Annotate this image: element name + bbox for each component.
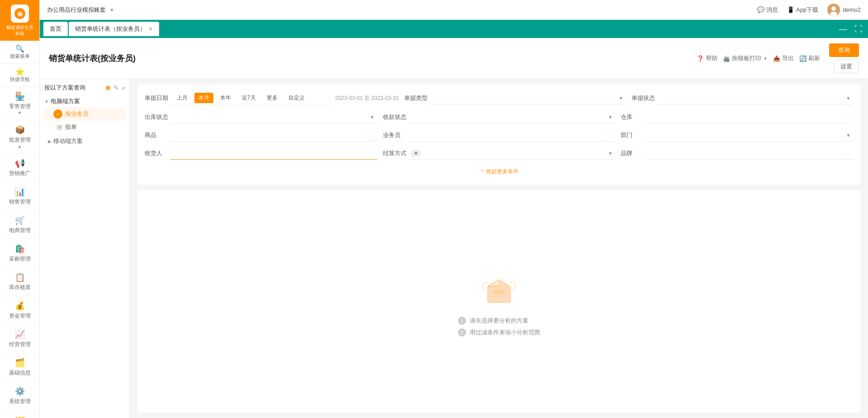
export-btn[interactable]: 📤 导出 <box>773 54 794 62</box>
left-panel: 按以下方案查询 ⊕ ✎ « ▼ 电脑端方案 ✓ 按业务员 <box>40 79 130 418</box>
sidebar-item-purchase[interactable]: 🛍️ 采购管理 <box>0 239 39 268</box>
top-header: 办公用品行业模拟账套 ▼ 💬 消息 📱 App下载 demo2 <box>40 0 868 20</box>
sidebar-item-retail[interactable]: 🏪 零售管理 ▼ <box>0 87 39 120</box>
svg-point-3 <box>831 6 836 11</box>
tab-bar-actions: — ⛶ <box>837 23 864 36</box>
warehouse-label: 仓库 <box>621 113 646 121</box>
user-profile-btn[interactable]: demo2 <box>827 4 861 16</box>
mobile-scheme-group[interactable]: ▶ 移动端方案 <box>44 135 125 147</box>
out-status-dropdown-icon: ▼ <box>370 114 375 120</box>
left-panel-title: 按以下方案查询 <box>44 84 85 92</box>
edit-scheme-icon[interactable]: ✎ <box>113 84 119 91</box>
date-btn-last-month[interactable]: 上月 <box>173 93 192 103</box>
warehouse-filter-item: 仓库 ··· <box>621 111 854 124</box>
tab-close-icon[interactable]: ✕ <box>148 26 153 32</box>
sidebar-item-finance[interactable]: 💰 资金管理 <box>0 296 39 325</box>
date-btn-more[interactable]: 更多 <box>263 93 282 103</box>
date-btn-this-month[interactable]: 本月 <box>194 93 213 103</box>
pc-scheme-header[interactable]: ▼ 电脑端方案 <box>44 95 125 107</box>
sidebar-item-marketing[interactable]: 📢 营销推广 <box>0 154 39 182</box>
collect-status-dropdown-icon: ▼ <box>608 114 613 120</box>
doc-status-control[interactable]: ▼ <box>657 92 854 104</box>
sidebar-item-business[interactable]: 📈 经营管理 <box>0 325 39 353</box>
maximize-icon[interactable]: ⛶ <box>853 23 864 36</box>
sidebar-item-basic[interactable]: 🗂️ 基础信息 <box>0 353 39 382</box>
app-suite-title: 办公用品行业模拟账套 <box>47 6 106 14</box>
print-dropdown-icon[interactable]: ▼ <box>763 56 768 61</box>
empty-icon <box>476 266 522 311</box>
main-area: 办公用品行业模拟账套 ▼ 💬 消息 📱 App下载 demo2 首页 <box>40 0 868 418</box>
collapse-panel-icon[interactable]: « <box>122 84 125 91</box>
settlement-control[interactable]: ✕ ▼ <box>408 147 616 160</box>
sidebar-item-wholesale[interactable]: 📦 批发管理 ▲ <box>0 120 39 154</box>
messages-btn[interactable]: 💬 消息 <box>757 6 778 14</box>
brand-control[interactable]: ··· <box>646 147 854 160</box>
dept-dropdown-icon: ▼ <box>846 133 851 138</box>
tip-text-2: 用过滤条件来缩小分析范围 <box>470 328 540 337</box>
date-control[interactable]: 上月 本月 本年 近7天 更多 自定义 <box>170 91 330 105</box>
salesperson-control[interactable]: ··· <box>408 129 616 142</box>
print-icon: 🖨️ <box>723 55 730 62</box>
query-button[interactable]: 查询 <box>829 43 859 57</box>
refresh-label: 刷新 <box>808 54 820 62</box>
sidebar-item-quick-nav[interactable]: ⭐ 快捷导航 <box>0 64 39 87</box>
tip-num-2: 2 <box>458 328 466 337</box>
page-title: 销货单统计表(按业务员) <box>49 53 136 64</box>
help-label: 帮助 <box>706 54 717 62</box>
app-title-area: 办公用品行业模拟账套 ▼ <box>47 6 114 14</box>
app-logo: 畅 畅捷通好生意 标版 <box>0 0 39 41</box>
sidebar-item-search[interactable]: 🔍 搜索菜单 <box>0 41 39 64</box>
warehouse-control[interactable]: ··· <box>646 111 854 124</box>
recipient-control[interactable]: ··· <box>170 147 377 160</box>
app-download-btn[interactable]: 📱 App下载 <box>787 6 818 14</box>
right-panel: 单据日期 上月 本月 本年 近7天 更多 自定义 <box>130 79 868 418</box>
tip-num-1: 1 <box>458 317 466 325</box>
empty-tip-2: 2 用过滤条件来缩小分析范围 <box>458 328 540 337</box>
print-btn[interactable]: 🖨️ 按模板打印 ▼ <box>723 54 768 62</box>
salesperson-label: 业务员 <box>383 131 408 139</box>
top-actions: 💬 消息 📱 App下载 demo2 <box>757 4 861 16</box>
sub-item-icon: ⊞ <box>57 124 62 131</box>
empty-tips: 1 请先选择要分析的方案 2 用过滤条件来缩小分析范围 <box>458 317 540 337</box>
pc-scheme-arrow: ▼ <box>44 99 49 104</box>
page-header: 销货单统计表(按业务员) ❓ 帮助 🖨️ 按模板打印 ▼ 📤 导出 🔄 刷 <box>40 38 868 79</box>
doc-type-control[interactable]: ▼ <box>429 92 626 104</box>
help-btn[interactable]: ❓ 帮助 <box>697 54 717 62</box>
user-name: demo2 <box>843 6 861 13</box>
scheme-item-by-salesperson[interactable]: ✓ 按业务员 <box>44 107 125 121</box>
collapse-arrow-icon: ⌃ <box>480 169 484 175</box>
suite-dropdown-icon[interactable]: ▼ <box>109 7 114 13</box>
avatar <box>827 4 840 16</box>
app-download-label: App下载 <box>796 6 818 14</box>
add-scheme-icon[interactable]: ⊕ <box>105 84 111 91</box>
sidebar-item-system[interactable]: ⚙️ 系统管理 <box>0 382 39 410</box>
filter-form: 单据日期 上月 本月 本年 近7天 更多 自定义 <box>137 85 861 185</box>
dept-control[interactable]: ▼ <box>646 129 854 142</box>
settings-button[interactable]: 设置 <box>834 60 859 73</box>
out-status-control[interactable]: ▼ <box>170 111 377 124</box>
date-btn-7days[interactable]: 近7天 <box>238 93 260 103</box>
tab-home[interactable]: 首页 <box>43 22 68 36</box>
product-label: 商品 <box>145 131 170 139</box>
doc-status-dropdown-icon: ▼ <box>846 95 851 101</box>
tab-sales-stats[interactable]: 销货单统计表（按业务员） ✕ <box>69 22 159 36</box>
sidebar: 畅 畅捷通好生意 标版 🔍 搜索菜单 ⭐ 快捷导航 🏪 零售管理 ▼ 📦 批发管… <box>0 0 40 418</box>
collapse-filters-btn[interactable]: ⌃ 收起更多条件 <box>145 165 854 178</box>
sidebar-item-enterprise[interactable]: 🤝 企业协同 <box>0 410 39 418</box>
brand-filter-item: 品牌 ··· <box>621 147 854 160</box>
product-control[interactable]: ··· <box>170 129 377 142</box>
active-scheme-indicator: ✓ <box>53 109 62 119</box>
minimize-icon[interactable]: — <box>837 23 849 36</box>
collect-status-control[interactable]: ▼ <box>408 111 616 124</box>
mobile-scheme-label: 移动端方案 <box>53 137 83 145</box>
date-btn-custom[interactable]: 自定义 <box>284 93 309 103</box>
settlement-tag-x[interactable]: ✕ <box>414 150 418 157</box>
sidebar-item-inventory[interactable]: 📋 库存核算 <box>0 268 39 296</box>
scheme-item-by-order[interactable]: ⊞ 按单 <box>44 121 125 133</box>
sidebar-item-sales[interactable]: 📊 销售管理 <box>0 182 39 211</box>
sales-stats-tab-label: 销货单统计表（按业务员） <box>75 25 146 33</box>
warehouse-dots: ··· <box>843 114 851 120</box>
refresh-btn[interactable]: 🔄 刷新 <box>799 54 820 62</box>
sidebar-item-ecommerce[interactable]: 🛒 电商管理 <box>0 211 39 239</box>
date-btn-this-year[interactable]: 本年 <box>216 93 235 103</box>
